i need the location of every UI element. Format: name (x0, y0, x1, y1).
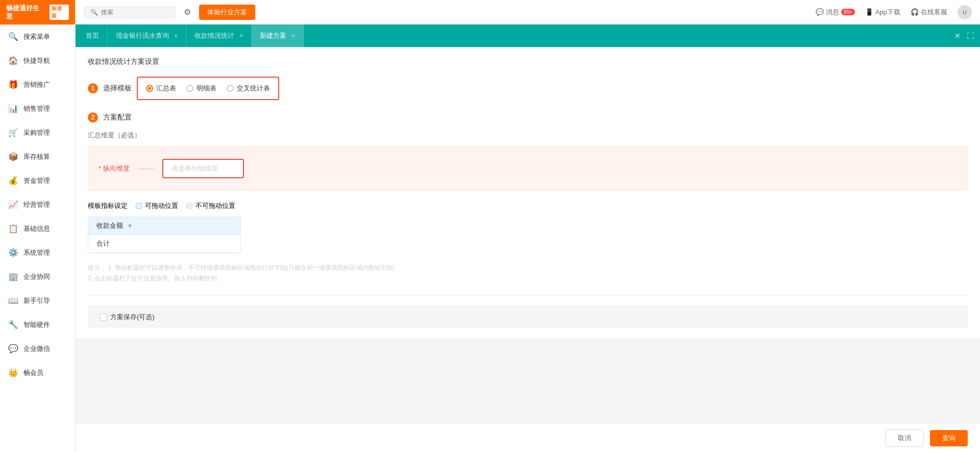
dimension-row: 纵向维度 —— 请选择分组维度 (99, 159, 957, 178)
sidebar-item-operation[interactable]: 📈 经营管理 (0, 193, 75, 217)
sidebar-item-label: 智能硬件 (23, 320, 50, 329)
notification-button[interactable]: 💬 消息 99+ (816, 8, 855, 17)
system-icon: ⚙️ (8, 248, 18, 257)
sidebar-item-weixin[interactable]: 💬 企业微信 (0, 337, 75, 361)
service-button[interactable]: 🎧 在线客服 (911, 8, 947, 17)
sidebar-item-search-menu[interactable]: 🔍 搜索菜单 (0, 25, 75, 49)
radio-detail-btn[interactable] (186, 85, 193, 92)
bottom-bar: 取消 查询 (76, 423, 980, 452)
avatar[interactable]: U (958, 5, 972, 19)
header-search-box[interactable]: 🔍 (84, 6, 176, 18)
save-checkbox-label: 方案保存(可选) (110, 313, 155, 322)
tab-cash-flow-close[interactable]: × (174, 32, 178, 39)
sidebar-item-member[interactable]: 👑 畅会员 (0, 361, 75, 385)
sidebar-item-label: 快捷导航 (23, 56, 50, 65)
weixin-icon: 💬 (8, 344, 18, 353)
metrics-table-header[interactable]: 收款金额 ▼ (88, 217, 240, 235)
radio-cross-btn[interactable] (227, 85, 234, 92)
tab-receipts-close[interactable]: × (239, 32, 243, 39)
sidebar-item-label: 搜索菜单 (23, 32, 50, 41)
download-button[interactable]: 📱 App下载 (865, 8, 900, 17)
sidebar-item-quick-nav[interactable]: 🏠 快捷导航 (0, 49, 75, 73)
tab-new-plan-label: 新建方案 (260, 31, 286, 40)
tab-cash-flow-label: 现金银行流水查询 (116, 31, 169, 40)
search-icon: 🔍 (90, 9, 98, 16)
divider (88, 295, 968, 296)
settings-icon[interactable]: ⚙ (184, 7, 191, 17)
metrics-header-text: 收款金额 (96, 221, 123, 230)
tab-home[interactable]: 首页 (76, 25, 108, 47)
radio-detail-label: 明细表 (197, 84, 216, 93)
radio-summary-btn[interactable] (146, 85, 153, 92)
metrics-table: 收款金额 ▼ 合计 (88, 217, 241, 253)
logo-text: 畅捷通好生意 (6, 4, 45, 20)
sidebar-item-hardware[interactable]: 🔧 智能硬件 (0, 313, 75, 337)
sidebar-item-label: 系统管理 (23, 248, 50, 257)
sidebar-item-finance[interactable]: 💰 资金管理 (0, 169, 75, 193)
sidebar-item-basic[interactable]: 📋 基础信息 (0, 217, 75, 241)
operation-icon: 📈 (8, 200, 18, 209)
sidebar-item-sales[interactable]: 📊 销售管理 (0, 97, 75, 121)
step1-title: 选择模板 (103, 84, 132, 93)
save-checkbox-box[interactable] (100, 314, 107, 321)
sidebar-item-marketing[interactable]: 🎁 营销推广 (0, 73, 75, 97)
tab-expand-icon[interactable]: ⛶ (967, 32, 974, 40)
box-icon: 📦 (8, 152, 18, 161)
sidebar-item-label: 企业微信 (23, 344, 50, 353)
query-button[interactable]: 查询 (930, 430, 968, 446)
hardware-icon: 🔧 (8, 320, 18, 329)
search-input[interactable] (101, 9, 173, 16)
arrow-icon: —— (138, 164, 154, 173)
tab-new-plan-close[interactable]: × (291, 32, 295, 39)
tab-receipts[interactable]: 收款情况统计 × (186, 25, 252, 47)
service-icon: 🎧 (911, 8, 919, 16)
logo: 畅捷通好生意 标准版 (0, 0, 75, 25)
hint-line-1: 提示： 1. 拖动标题栏可以调整布局，不可跨维度或指标区域拖动行目字段(只能在同… (88, 264, 968, 272)
avatar-text: U (963, 9, 967, 15)
sidebar-item-label: 销售管理 (23, 104, 50, 113)
sidebar-item-label: 采购管理 (23, 128, 50, 137)
sidebar-item-label: 新手引导 (23, 296, 50, 305)
dimension-select[interactable]: 请选择分组维度 (162, 159, 244, 178)
cart-icon: 🛒 (8, 128, 18, 137)
tab-new-plan[interactable]: 新建方案 × (252, 25, 304, 47)
tab-close-all-icon[interactable]: ✕ (954, 32, 961, 40)
dimension-area: 纵向维度 —— 请选择分组维度 (88, 146, 968, 191)
sidebar-item-label: 资金管理 (23, 176, 50, 185)
sidebar-item-label: 库存核算 (23, 152, 50, 161)
sidebar-item-inventory[interactable]: 📦 库存核算 (0, 145, 75, 169)
search-menu-icon: 🔍 (8, 32, 18, 41)
home-icon: 🏠 (8, 56, 18, 65)
radio-cross-label: 交叉统计表 (237, 84, 270, 93)
tab-bar-actions: ✕ ⛶ (954, 25, 980, 47)
tab-cash-flow[interactable]: 现金银行流水查询 × (108, 25, 186, 47)
page-content: 收款情况统计方案设置 1 选择模板 汇总表 明细表 (76, 47, 980, 423)
template-selector: 汇总表 明细表 交叉统计表 (137, 77, 279, 100)
page-inner: 收款情况统计方案设置 1 选择模板 汇总表 明细表 (76, 47, 980, 338)
sidebar-item-enterprise[interactable]: 🏢 企业协同 (0, 265, 75, 289)
sidebar-item-label: 经营管理 (23, 200, 50, 209)
sidebar-item-label: 企业协同 (23, 272, 50, 281)
radio-summary-label: 汇总表 (156, 84, 176, 93)
sidebar-item-purchase[interactable]: 🛒 采购管理 (0, 121, 75, 145)
top-header: 🔍 ⚙ 体验行业方案 💬 消息 99+ 📱 App下载 🎧 在线客服 U (76, 0, 980, 25)
sidebar-item-guide[interactable]: 📖 新手引导 (0, 289, 75, 313)
trial-button[interactable]: 体验行业方案 (199, 5, 255, 20)
notification-label: 消息 (826, 8, 839, 17)
legend-fixed: 不可拖动位置 (186, 201, 235, 210)
step1-header: 1 选择模板 汇总表 明细表 交叉统计表 (88, 77, 968, 100)
metrics-dropdown-icon[interactable]: ▼ (127, 223, 133, 229)
money-icon: 💰 (8, 176, 18, 185)
radio-cross[interactable]: 交叉统计表 (227, 84, 270, 93)
radio-summary[interactable]: 汇总表 (146, 84, 176, 93)
step1-section: 1 选择模板 汇总表 明细表 交叉统计表 (88, 77, 968, 100)
cancel-button[interactable]: 取消 (885, 430, 924, 447)
save-checkbox[interactable]: 方案保存(可选) (100, 313, 155, 322)
vertical-dimension-label: 纵向维度 (99, 164, 130, 173)
radio-detail[interactable]: 明细表 (186, 84, 216, 93)
dimension-section-title: 汇总维度（必选） (88, 131, 968, 140)
tab-bar: 首页 现金银行流水查询 × 收款情况统计 × 新建方案 × ✕ ⛶ (76, 25, 980, 47)
sidebar-item-system[interactable]: ⚙️ 系统管理 (0, 241, 75, 265)
chart-icon: 📊 (8, 104, 18, 113)
tab-receipts-label: 收款情况统计 (194, 31, 234, 40)
